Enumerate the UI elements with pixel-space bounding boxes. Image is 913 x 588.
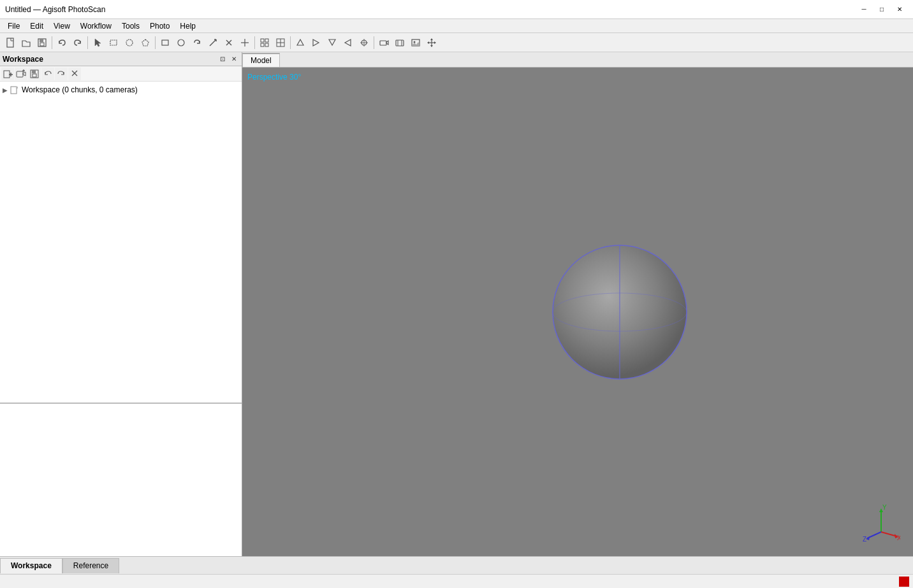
- window-controls: ─ □ ✕: [856, 3, 908, 16]
- svg-rect-2: [40, 39, 43, 42]
- svg-text:X: X: [897, 534, 900, 541]
- menu-file[interactable]: File: [3, 20, 25, 32]
- axis-indicator: Y X Z: [862, 503, 900, 543]
- rect-select-button[interactable]: [106, 35, 121, 50]
- grid-view-button[interactable]: [257, 35, 272, 50]
- left-panel: Workspace ⊡ ✕: [0, 52, 242, 556]
- svg-rect-17: [261, 39, 264, 42]
- minimize-button[interactable]: ─: [856, 3, 872, 16]
- undo-button[interactable]: [54, 35, 69, 50]
- nav-left-button[interactable]: [340, 35, 356, 50]
- ws-redo-button[interactable]: [55, 68, 68, 80]
- close-button[interactable]: ✕: [891, 3, 908, 16]
- ws-undo-button[interactable]: [41, 68, 54, 80]
- ws-delete-button[interactable]: [68, 68, 81, 80]
- rotate-button[interactable]: [189, 35, 205, 50]
- draw-circle-button[interactable]: [173, 35, 189, 50]
- sep4: [254, 36, 255, 49]
- svg-text:Z: Z: [863, 536, 866, 541]
- svg-rect-44: [4, 71, 10, 78]
- svg-rect-3: [40, 43, 44, 46]
- circle-select-button[interactable]: [122, 35, 137, 50]
- svg-point-6: [126, 39, 133, 46]
- svg-rect-20: [265, 43, 268, 47]
- panel-close-button[interactable]: ✕: [229, 54, 239, 64]
- ws-add-chunk-button[interactable]: [1, 68, 14, 80]
- svg-marker-7: [142, 39, 149, 46]
- sphere-svg: [550, 242, 690, 382]
- menu-edit[interactable]: Edit: [25, 20, 48, 32]
- open-button[interactable]: [18, 35, 34, 50]
- sep1: [52, 36, 52, 49]
- svg-rect-53: [33, 74, 36, 77]
- sphere-container: [550, 242, 690, 382]
- workspace-header: Workspace ⊡ ✕: [0, 52, 242, 66]
- workspace-header-buttons: ⊡ ✕: [217, 54, 239, 64]
- svg-point-9: [178, 39, 184, 46]
- nav-up-button[interactable]: [293, 35, 308, 50]
- workspace-content: ▶ Workspace (0 chunks, 0 cameras): [0, 82, 242, 403]
- ws-save-button[interactable]: [28, 68, 41, 80]
- lower-panel: [0, 403, 242, 556]
- maximize-button[interactable]: □: [873, 3, 890, 16]
- new-button[interactable]: [3, 35, 18, 50]
- image-button[interactable]: [408, 35, 423, 50]
- camera-button[interactable]: [376, 35, 391, 50]
- scale-button[interactable]: [205, 35, 221, 50]
- title-bar: Untitled — Agisoft PhotoScan ─ □ ✕: [0, 0, 913, 19]
- workspace-toolbar: [0, 66, 242, 82]
- panel-float-button[interactable]: ⊡: [217, 54, 228, 64]
- svg-rect-5: [110, 40, 117, 45]
- svg-marker-4: [95, 39, 101, 47]
- perspective-label: Perspective 30°: [247, 73, 301, 82]
- draw-rect-button[interactable]: [157, 35, 173, 50]
- svg-rect-33: [396, 40, 404, 46]
- status-right: [899, 577, 910, 587]
- redo-button[interactable]: [70, 35, 85, 50]
- model-viewport[interactable]: Perspective 30°: [242, 68, 913, 556]
- crosshair-button[interactable]: [237, 35, 252, 50]
- svg-marker-24: [297, 39, 303, 45]
- cursor-button[interactable]: [90, 35, 105, 50]
- menu-help[interactable]: Help: [175, 20, 201, 32]
- menu-bar: File Edit View Workflow Tools Photo Help: [0, 19, 913, 33]
- svg-marker-48: [23, 72, 26, 76]
- nav-right-button[interactable]: [309, 35, 324, 50]
- svg-rect-31: [380, 41, 386, 45]
- chunk-icon: [10, 85, 19, 94]
- workspace-panel-title: Workspace: [3, 55, 43, 64]
- workspace-root-label: Workspace (0 chunks, 0 cameras): [22, 85, 138, 94]
- poly-select-button[interactable]: [138, 35, 153, 50]
- nav-down-button[interactable]: [325, 35, 340, 50]
- toolbar: [0, 33, 913, 52]
- svg-rect-52: [32, 70, 36, 73]
- tab-reference[interactable]: Reference: [62, 558, 119, 573]
- tab-workspace[interactable]: Workspace: [0, 558, 62, 573]
- svg-rect-0: [7, 38, 13, 47]
- nav-center-button[interactable]: [356, 35, 372, 50]
- model-tab[interactable]: Model: [242, 53, 280, 67]
- svg-marker-25: [313, 39, 319, 46]
- svg-rect-18: [265, 39, 268, 42]
- svg-marker-40: [430, 38, 433, 40]
- expand-icon[interactable]: ▶: [3, 87, 8, 94]
- grid-button2[interactable]: [273, 35, 288, 50]
- menu-workflow[interactable]: Workflow: [75, 20, 117, 32]
- workspace-panel: Workspace ⊡ ✕: [0, 52, 242, 403]
- svg-rect-47: [17, 71, 23, 77]
- save-button[interactable]: [34, 35, 50, 50]
- menu-view[interactable]: View: [48, 20, 75, 32]
- menu-photo[interactable]: Photo: [145, 20, 175, 32]
- title-text: Untitled — Agisoft PhotoScan: [5, 5, 105, 14]
- svg-marker-42: [427, 41, 429, 44]
- ws-add-photos-button[interactable]: [15, 68, 27, 80]
- svg-text:Y: Y: [882, 504, 887, 511]
- film-button[interactable]: [392, 35, 407, 50]
- main-layout: Workspace ⊡ ✕: [0, 52, 913, 556]
- svg-rect-19: [261, 43, 264, 47]
- workspace-tree-row: ▶ Workspace (0 chunks, 0 cameras): [3, 84, 239, 96]
- menu-tools[interactable]: Tools: [117, 20, 145, 32]
- move-tool-button[interactable]: [424, 35, 439, 50]
- delete-button[interactable]: [221, 35, 237, 50]
- svg-rect-56: [11, 87, 17, 94]
